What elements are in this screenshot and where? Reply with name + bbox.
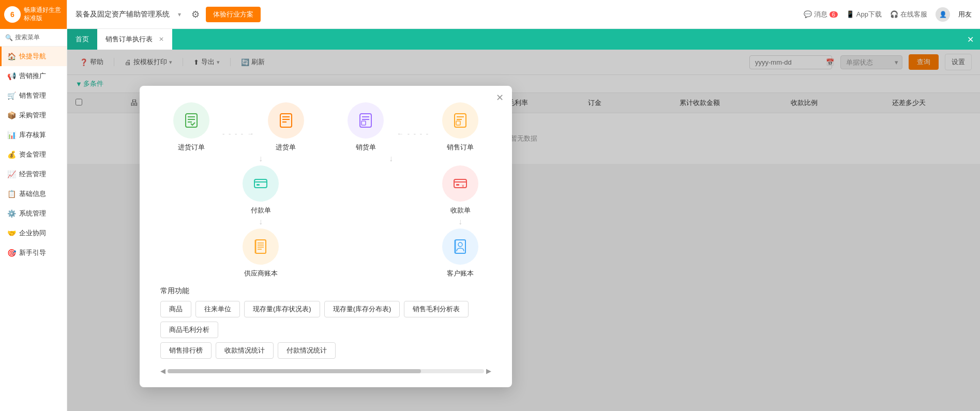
modal-close-button[interactable]: ✕ [496, 92, 504, 103]
modal-overlay[interactable]: ✕ 进货订单 [67, 50, 980, 411]
arrow-left-1: ← - - - - [397, 130, 429, 138]
btn-stock-status[interactable]: 现存量(库存状况表) [244, 301, 320, 317]
service-icon: 🎧 [890, 10, 898, 18]
sidebar-item-label: 企业协同 [19, 229, 46, 238]
message-button[interactable]: 💬 消息 6 [804, 10, 838, 19]
common-btns-row2: 销售排行榜 收款情况统计 付款情况统计 [160, 342, 491, 359]
search-icon: 🔍 [5, 34, 13, 41]
btn-goods[interactable]: 商品 [160, 301, 191, 317]
close-all-tabs-button[interactable]: ✕ [961, 35, 980, 44]
btn-stock-dist[interactable]: 现存量(库存分布表) [324, 301, 400, 317]
flow-item-purchase-order[interactable]: 进货订单 [160, 102, 222, 152]
app-logo: 6 畅康通好生意 标准版 [0, 0, 67, 29]
sales-order-label: 销售订单 [447, 143, 474, 152]
sidebar-item-label: 新手引导 [19, 248, 46, 257]
spacer-middle [292, 154, 360, 163]
purchase-bill-circle [268, 102, 304, 139]
flow-item-receipt-bill[interactable]: ¥ 收款单 [429, 165, 491, 215]
sidebar-item-label: 系统管理 [19, 209, 46, 218]
flow-item-supplier-ledger[interactable]: 供应商账本 [230, 229, 292, 278]
topbar-actions: 💬 消息 6 📱 App下载 🎧 在线客服 👤 用友 [804, 7, 972, 22]
btn-sales-gross-analysis[interactable]: 销售毛利分析表 [404, 301, 469, 317]
enterprise-icon: 🤝 [7, 229, 16, 238]
flow-item-payment-bill[interactable]: 付款单 [230, 165, 292, 215]
online-service-button[interactable]: 🎧 在线客服 [890, 10, 927, 19]
receipt-down-col: ↓ [429, 217, 491, 226]
scrollbar-thumb[interactable] [168, 369, 421, 373]
inventory-icon: 📊 [7, 130, 16, 140]
quick-nav-icon: 🏠 [7, 52, 16, 61]
settings-icon[interactable]: ⚙ [191, 9, 200, 20]
dropdown-arrow[interactable]: ▾ [178, 11, 181, 18]
btn-receipt-stats[interactable]: 收款情况统计 [216, 342, 274, 359]
avatar-icon: 👤 [939, 11, 947, 18]
flow-section: 进货订单 - - - - → 进货单 [140, 86, 512, 286]
spacer-row5 [292, 229, 429, 278]
sidebar-item-system[interactable]: ⚙️ 系统管理 [0, 204, 67, 223]
online-service-label: 在线客服 [900, 10, 927, 19]
tab-sales-order-exec[interactable]: 销售订单执行表 ✕ [97, 29, 172, 50]
user-avatar[interactable]: 👤 [936, 7, 950, 22]
sidebar-item-label: 资金管理 [19, 150, 46, 159]
sidebar-item-basic-info[interactable]: 📋 基础信息 [0, 184, 67, 204]
spacer-col-arrow2 [422, 154, 429, 163]
message-icon: 💬 [804, 10, 812, 18]
app-download-label: App下载 [856, 10, 882, 19]
flow-item-sales-order[interactable]: 销售订单 [429, 102, 491, 152]
sidebar-item-sales[interactable]: 🛒 销售管理 [0, 86, 67, 105]
purchase-icon: 📦 [7, 111, 16, 120]
scroll-right-arrow[interactable]: ▶ [486, 367, 491, 375]
sidebar-item-label: 基础信息 [19, 189, 46, 199]
btn-payment-stats[interactable]: 付款情况统计 [278, 342, 336, 359]
flow-item-sales-bill[interactable]: 销货单 [335, 102, 397, 152]
svg-rect-31 [454, 240, 456, 253]
svg-rect-16 [254, 179, 267, 188]
common-functions-title: 常用功能 [160, 286, 491, 296]
btn-counterparty[interactable]: 往来单位 [195, 301, 240, 317]
tab-close-icon[interactable]: ✕ [159, 36, 164, 43]
supplier-ledger-circle [243, 229, 279, 265]
common-functions-section: 常用功能 商品 往来单位 现存量(库存状况表) 现存量(库存分布表) 销售毛利分… [140, 286, 512, 359]
btn-sales-rank[interactable]: 销售排行榜 [160, 342, 212, 359]
sidebar-item-label: 快捷导航 [19, 52, 46, 61]
tab-home[interactable]: 首页 [67, 29, 97, 50]
sidebar-item-enterprise[interactable]: 🤝 企业协同 [0, 223, 67, 243]
down-arrow-receipt: ↓ [458, 217, 462, 226]
svg-point-30 [458, 242, 462, 247]
sidebar-item-label: 库存核算 [19, 130, 46, 140]
sales-order-exec-tab-label: 销售订单执行表 [105, 35, 153, 44]
sidebar-item-finance[interactable]: 💰 资金管理 [0, 145, 67, 164]
scrollbar-track[interactable] [168, 369, 484, 373]
content-area: ❓ 帮助 🖨 按模板打印 ▾ ⬆ 导出 ▾ 🔄 刷新 [67, 50, 980, 411]
flow-modal: ✕ 进货订单 [140, 86, 512, 387]
down-arrow-purchase: ↓ [259, 154, 263, 163]
system-icon: ⚙️ [7, 209, 16, 218]
operations-icon: 📈 [7, 170, 16, 179]
sales-order-circle [442, 102, 478, 139]
sales-icon: 🛒 [7, 91, 16, 100]
sidebar-item-inventory[interactable]: 📊 库存核算 [0, 125, 67, 145]
flow-item-purchase-bill[interactable]: 进货单 [255, 102, 317, 152]
purchase-bill-label: 进货单 [276, 143, 296, 152]
btn-goods-gross-analysis[interactable]: 商品毛利分析 [160, 322, 218, 338]
app-download-button[interactable]: 📱 App下载 [846, 10, 882, 19]
marketing-icon: 📢 [7, 71, 16, 81]
flow-item-customer-ledger[interactable]: 客户账本 [429, 229, 491, 278]
sidebar-item-operations[interactable]: 📈 经营管理 [0, 164, 67, 184]
purchase-order-circle [173, 102, 209, 139]
sidebar-item-marketing[interactable]: 📢 营销推广 [0, 66, 67, 86]
sidebar-item-newbie[interactable]: 🎯 新手引导 [0, 243, 67, 263]
spacer-row3 [292, 165, 429, 215]
sales-bill-label: 销货单 [356, 143, 376, 152]
search-menu[interactable]: 🔍 搜索菜单 [0, 29, 67, 47]
system-title: 装备及固定资产辅助管理系统 [76, 10, 170, 19]
scroll-left-arrow[interactable]: ◀ [160, 367, 165, 375]
experience-button[interactable]: 体验行业方案 [206, 7, 261, 22]
sidebar-item-purchase[interactable]: 📦 采购管理 [0, 105, 67, 125]
sidebar-item-label: 经营管理 [19, 170, 46, 179]
newbie-icon: 🎯 [7, 248, 16, 257]
sidebar-item-quick-nav[interactable]: 🏠 快捷导航 [0, 47, 67, 66]
svg-rect-0 [186, 114, 197, 127]
home-tab-label: 首页 [76, 35, 89, 44]
download-icon: 📱 [846, 10, 854, 18]
